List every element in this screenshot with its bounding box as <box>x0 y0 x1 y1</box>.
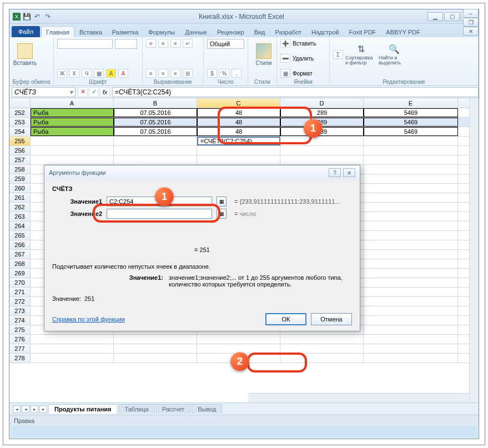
arg2-ref-button[interactable]: ▦ <box>217 209 227 219</box>
cell[interactable] <box>114 155 197 164</box>
row-header[interactable]: 277 <box>9 344 31 353</box>
cell[interactable] <box>31 137 114 145</box>
cell[interactable] <box>364 137 458 145</box>
tab-abbyy[interactable]: ABBYY PDF <box>381 26 425 37</box>
cell[interactable]: 289 <box>280 127 364 136</box>
paste-button[interactable]: Вставить <box>13 39 37 70</box>
row-header[interactable]: 265 <box>9 231 31 240</box>
tab-review[interactable]: Рецензир <box>212 26 249 37</box>
cell[interactable] <box>364 278 458 287</box>
save-icon[interactable]: 💾 <box>22 12 31 21</box>
cell[interactable] <box>197 155 280 164</box>
row-header[interactable]: 271 <box>9 288 31 296</box>
cell[interactable] <box>364 165 458 174</box>
underline-button[interactable]: Ч <box>82 69 92 78</box>
row-header[interactable]: 252 <box>9 108 31 117</box>
cell[interactable] <box>364 250 458 259</box>
cell[interactable] <box>280 155 364 164</box>
cell[interactable] <box>280 137 364 145</box>
row-header[interactable]: 261 <box>9 193 31 202</box>
cell[interactable] <box>364 344 458 353</box>
tab-view[interactable]: Вид <box>249 26 270 37</box>
cell[interactable] <box>364 335 458 344</box>
sort-filter-button[interactable]: ⇅Сортировка и фильтр <box>345 39 376 70</box>
cell[interactable]: 289 <box>280 108 364 117</box>
fontsize-combo[interactable] <box>115 39 137 49</box>
wrap-text[interactable]: ↵ <box>183 39 193 48</box>
cell[interactable] <box>114 137 197 145</box>
maximize-button[interactable]: ▢ <box>444 12 460 21</box>
comma-button[interactable]: , <box>232 69 242 78</box>
align-center[interactable]: ≡ <box>158 69 168 78</box>
cell[interactable] <box>280 335 364 344</box>
cell[interactable]: 48 <box>197 127 280 136</box>
arg1-input[interactable] <box>107 197 212 207</box>
format-cells-button[interactable]: Формат <box>293 71 313 77</box>
cell[interactable] <box>364 203 458 212</box>
col-header-D[interactable]: D <box>280 98 364 108</box>
row-header[interactable]: 269 <box>9 269 31 278</box>
dialog-help-button[interactable]: ? <box>329 168 341 177</box>
autosum-button[interactable]: Σ <box>333 50 343 59</box>
tab-layout[interactable]: Разметка <box>107 26 144 37</box>
cell[interactable] <box>31 344 114 353</box>
align-left[interactable]: ≡ <box>146 69 156 78</box>
doc-minimize-button[interactable]: – <box>463 9 479 18</box>
sheet-nav-last[interactable]: ▸ <box>39 405 47 413</box>
sheet-tab-3[interactable]: Рассчет <box>156 404 191 414</box>
row-header[interactable]: 270 <box>9 278 31 287</box>
cell[interactable] <box>364 146 458 155</box>
minimize-button[interactable]: ▁ <box>427 12 443 21</box>
cell[interactable] <box>31 146 114 155</box>
tab-data[interactable]: Данные <box>180 26 212 37</box>
row-header[interactable]: 263 <box>9 212 31 221</box>
row-header[interactable]: 272 <box>9 297 31 306</box>
cancel-button[interactable]: Отмена <box>311 313 352 325</box>
row-header[interactable]: 264 <box>9 222 31 230</box>
cell[interactable] <box>364 184 458 193</box>
arg2-input[interactable] <box>107 209 212 219</box>
cell[interactable] <box>364 354 458 363</box>
cancel-formula-button[interactable]: ✕ <box>78 87 88 97</box>
numberformat-combo[interactable]: Общий <box>207 39 244 49</box>
ok-button[interactable]: ОК <box>265 313 306 325</box>
row-header[interactable]: 267 <box>9 250 31 259</box>
find-select-button[interactable]: 🔍Найти и выделить <box>379 39 410 70</box>
sheet-nav-next[interactable]: ▸ <box>31 405 38 413</box>
row-header[interactable]: 262 <box>9 203 31 212</box>
doc-close-button[interactable]: ✕ <box>463 27 479 36</box>
cell[interactable]: 07.05.2016 <box>114 108 197 117</box>
redo-icon[interactable]: ↷ <box>43 12 52 21</box>
row-header[interactable]: 268 <box>9 259 31 268</box>
cell[interactable] <box>364 193 458 202</box>
cell[interactable] <box>197 335 280 344</box>
cell[interactable] <box>364 259 458 268</box>
undo-icon[interactable]: ↶ <box>33 12 42 21</box>
cell[interactable] <box>197 354 280 363</box>
row-header[interactable]: 260 <box>9 184 31 193</box>
row-header[interactable]: 256 <box>9 146 31 155</box>
cell[interactable] <box>197 146 280 155</box>
cell[interactable] <box>364 231 458 240</box>
border-button[interactable]: ▦ <box>94 69 104 78</box>
align-bot[interactable]: ≡ <box>170 39 180 48</box>
cell[interactable] <box>364 212 458 221</box>
col-header-A[interactable]: A <box>31 98 114 108</box>
bold-button[interactable]: Ж <box>57 69 67 78</box>
row-header[interactable]: 257 <box>9 155 31 164</box>
fontcolor-button[interactable]: A <box>118 69 128 78</box>
fx-button[interactable]: fx <box>100 87 110 97</box>
currency-button[interactable]: $ <box>207 69 217 78</box>
formula-input[interactable]: =СЧЁТЗ(C2:C254) <box>112 87 479 97</box>
row-header[interactable]: 253 <box>9 118 31 127</box>
arg1-ref-button[interactable]: ▦ <box>217 197 227 207</box>
row-header[interactable]: 254 <box>9 127 31 136</box>
row-header[interactable]: 255 <box>9 137 31 145</box>
cell[interactable] <box>364 297 458 306</box>
italic-button[interactable]: К <box>69 69 79 78</box>
cell[interactable] <box>114 146 197 155</box>
tab-developer[interactable]: Разработ <box>270 26 306 37</box>
cell[interactable]: 5469 <box>364 127 458 136</box>
vertical-scrollbar[interactable] <box>469 98 479 402</box>
col-header-E[interactable]: E <box>364 98 458 108</box>
